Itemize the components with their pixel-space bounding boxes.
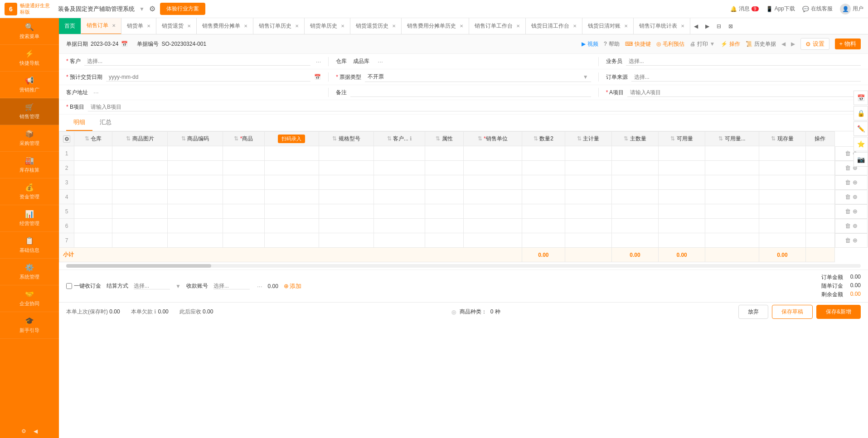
- add-material-btn[interactable]: + 物料: [835, 39, 861, 49]
- table-cell[interactable]: [522, 204, 565, 219]
- table-cell[interactable]: [463, 146, 522, 161]
- history-action-btn[interactable]: 📜 历史单据: [746, 40, 776, 48]
- table-cell[interactable]: [463, 219, 522, 233]
- table-cell[interactable]: [74, 204, 112, 219]
- sidebar-item-enterprise[interactable]: 🤝 企业协同: [0, 285, 59, 312]
- table-cell[interactable]: [463, 161, 522, 175]
- col-settings[interactable]: ⚙: [59, 132, 74, 146]
- tab-detail[interactable]: 明细: [66, 115, 92, 131]
- online-service-btn[interactable]: 💬 在线客服: [802, 5, 833, 13]
- table-cell[interactable]: [112, 219, 168, 233]
- table-cell[interactable]: [805, 175, 834, 190]
- tab-more-btn[interactable]: ⊟: [713, 23, 725, 29]
- table-cell[interactable]: [659, 219, 705, 233]
- delivery-date-input[interactable]: [106, 73, 310, 82]
- save-draft-btn[interactable]: 保存草稿: [772, 305, 813, 319]
- table-cell[interactable]: [805, 190, 834, 204]
- table-cell[interactable]: [759, 146, 805, 161]
- table-cell[interactable]: [168, 175, 223, 190]
- sidebar-item-marketing[interactable]: 📢 营销推广: [0, 72, 59, 98]
- delete-icon[interactable]: 🗑: [845, 222, 851, 229]
- table-cell[interactable]: [611, 146, 658, 161]
- table-cell[interactable]: [611, 190, 658, 204]
- quick-payment-checkbox[interactable]: [66, 283, 72, 289]
- tab-close-all-btn[interactable]: ⊠: [725, 23, 737, 29]
- table-cell[interactable]: [759, 233, 805, 248]
- table-cell[interactable]: [565, 233, 611, 248]
- table-cell[interactable]: [705, 233, 759, 248]
- tab-sales-refund[interactable]: 销货退货 ✕: [156, 18, 197, 34]
- print-action-btn[interactable]: 🖨 打印 ▼: [690, 40, 715, 48]
- table-cell[interactable]: [705, 219, 759, 233]
- copy-icon[interactable]: ⊕: [853, 193, 858, 200]
- tab-order-workbench[interactable]: 销售订单工作台 ✕: [469, 18, 526, 34]
- sidebar-item-purchase[interactable]: 📦 采购管理: [0, 125, 59, 152]
- table-cell[interactable]: [264, 175, 319, 190]
- table-cell[interactable]: [805, 204, 834, 219]
- table-cell[interactable]: [425, 175, 463, 190]
- save-new-btn[interactable]: 保存&新增: [816, 305, 861, 319]
- table-cell[interactable]: [74, 190, 112, 204]
- calendar2-icon[interactable]: 📅: [314, 74, 321, 80]
- tab-summary[interactable]: 汇总: [92, 115, 119, 131]
- table-cell[interactable]: [425, 161, 463, 175]
- sidebar-item-system[interactable]: ⚙️ 系统管理: [0, 259, 59, 285]
- address-dots-icon[interactable]: ···: [93, 89, 99, 96]
- table-cell[interactable]: [223, 190, 265, 204]
- table-scrollbar[interactable]: [66, 264, 861, 268]
- table-cell[interactable]: [759, 204, 805, 219]
- sidebar-item-sales[interactable]: 🛒 销售管理: [0, 98, 59, 125]
- table-cell[interactable]: [805, 219, 834, 233]
- sidebar-item-inventory[interactable]: 🏭 库存核算: [0, 152, 59, 178]
- table-cell[interactable]: [659, 204, 705, 219]
- table-cell[interactable]: [705, 175, 759, 190]
- tab-order-workbench-close-icon[interactable]: ✕: [516, 24, 520, 29]
- table-cell[interactable]: [522, 146, 565, 161]
- tab-sales-history[interactable]: 销货单历史 ✕: [305, 18, 350, 34]
- table-cell[interactable]: [168, 204, 223, 219]
- table-cell[interactable]: [659, 161, 705, 175]
- table-cell[interactable]: [112, 190, 168, 204]
- table-cell[interactable]: [74, 161, 112, 175]
- table-cell[interactable]: [319, 219, 374, 233]
- tab-scroll-right-btn[interactable]: ▶: [702, 23, 713, 29]
- table-cell[interactable]: [319, 161, 374, 175]
- operate-action-btn[interactable]: ⚡ 操作: [721, 40, 740, 48]
- table-cell[interactable]: [264, 233, 319, 248]
- table-cell[interactable]: [463, 175, 522, 190]
- tab-scroll-left-btn[interactable]: ◀: [690, 23, 702, 29]
- float-btn-3[interactable]: ✏️: [853, 121, 868, 136]
- tab-expense-split[interactable]: 销售费用分摊单 ✕: [197, 18, 253, 34]
- customer-dots-icon[interactable]: ···: [316, 58, 321, 65]
- table-cell[interactable]: [425, 219, 463, 233]
- table-cell[interactable]: [425, 204, 463, 219]
- table-cell[interactable]: [659, 175, 705, 190]
- view-action-btn[interactable]: ▶ 视频: [582, 40, 598, 48]
- sidebar-item-search-menu[interactable]: 🔍 搜索菜单: [0, 18, 59, 45]
- table-cell[interactable]: [374, 175, 425, 190]
- copy-icon[interactable]: ⊕: [853, 208, 858, 215]
- float-btn-2[interactable]: 🔒: [853, 106, 868, 120]
- table-cell[interactable]: [611, 161, 658, 175]
- delete-icon[interactable]: 🗑: [845, 193, 851, 200]
- table-cell[interactable]: [319, 190, 374, 204]
- tab-sales-history-close-icon[interactable]: ✕: [341, 24, 344, 29]
- float-btn-1[interactable]: 📅: [853, 91, 868, 105]
- tab-sales-return[interactable]: 销货单 ✕: [121, 18, 156, 34]
- table-cell[interactable]: [659, 146, 705, 161]
- table-cell[interactable]: [319, 146, 374, 161]
- setting-btn[interactable]: ⚙ 设置: [800, 38, 829, 50]
- sidebar-item-guide[interactable]: 🎓 新手引导: [0, 312, 59, 339]
- table-cell[interactable]: [705, 146, 759, 161]
- table-cell[interactable]: [463, 204, 522, 219]
- user-menu-btn[interactable]: 👤 用户: [840, 4, 863, 14]
- tab-expense-split-close-icon[interactable]: ✕: [244, 24, 247, 29]
- tab-cash-reconcile-close-icon[interactable]: ✕: [624, 24, 628, 29]
- table-cell[interactable]: [565, 204, 611, 219]
- tab-sales-refund-close-icon[interactable]: ✕: [187, 24, 191, 29]
- table-cell[interactable]: [522, 233, 565, 248]
- table-cell[interactable]: [264, 204, 319, 219]
- tab-sales-order[interactable]: 销售订单 ✕: [81, 18, 121, 34]
- table-cell[interactable]: [374, 161, 425, 175]
- tab-order-stats-close-icon[interactable]: ✕: [681, 24, 684, 29]
